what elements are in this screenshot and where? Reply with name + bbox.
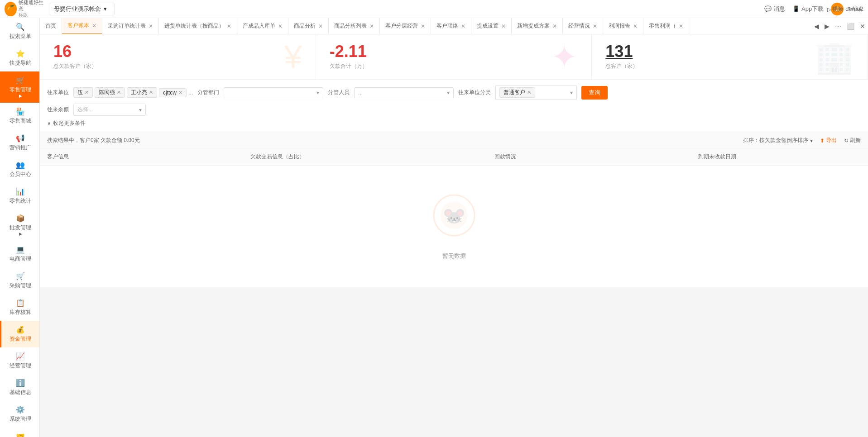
sidebar-item-purchase[interactable]: 🛒 采购管理 — [0, 267, 39, 294]
company-selector[interactable]: 母婴行业演示帐套 ▾ — [49, 3, 115, 15]
sidebar-item-wholesale-mgmt[interactable]: 📦 批发管理 ▶ — [0, 209, 39, 241]
close-accounts-tab[interactable]: ✕ — [92, 23, 96, 29]
category-dropdown-arrow: ▾ — [570, 90, 573, 96]
sidebar: 🔍 搜索菜单 ⭐ 快捷导航 🛒 零售管理 ▶ 🏪 零售商城 📢 营销推广 � — [0, 18, 40, 437]
filter-area: 往来单位 伍 ✕ 陈民强 ✕ 王小亮 — [40, 79, 868, 133]
close-promotion-settings-tab[interactable]: ✕ — [501, 23, 506, 29]
sidebar-item-finance[interactable]: 💰 资金管理 — [0, 321, 39, 347]
sidebar-label-wholesale-mgmt: 批发管理 — [10, 224, 31, 232]
close-business-status-tab[interactable]: ✕ — [593, 23, 597, 29]
wholesale-icon: 📦 — [16, 214, 25, 223]
tab-nav-next[interactable]: ▶ — [822, 18, 832, 34]
tab-close-all[interactable]: ✕ — [857, 18, 868, 34]
close-production-tab[interactable]: ✕ — [278, 23, 283, 29]
stat-card-total-customers: 131 总客户（家） 🏢 — [592, 34, 868, 79]
sidebar-item-retail-stats[interactable]: 📊 零售统计 — [0, 183, 39, 209]
close-stock-stats-tab[interactable]: ✕ — [227, 23, 231, 29]
sidebar-label-retail-mgmt: 零售管理 — [10, 86, 31, 94]
app-download-button[interactable]: 📱 App下载 — [792, 5, 824, 13]
dept-dropdown-arrow: ▾ — [317, 90, 319, 96]
close-category-tag[interactable]: ✕ — [527, 90, 531, 95]
close-tag-cjttcw[interactable]: ✕ — [178, 90, 182, 95]
person-dropdown-arrow: ▾ — [447, 90, 450, 96]
tab-customer-layer[interactable]: 客户分层经营 ✕ — [380, 18, 431, 34]
unit-filter-label: 往来单位 — [47, 89, 69, 96]
sidebar-label-marketing: 营销推广 — [10, 144, 31, 152]
goods-analysis-tab-label: 商品分析 — [294, 22, 316, 30]
stats-row: 16 总欠款客户（家） ¥ -2.11 欠款合计（万） ✦ 131 总客户（家） — [40, 34, 868, 79]
profit-report-tab-label: 利润报告 — [609, 22, 630, 30]
refresh-button[interactable]: ↻ 刷新 — [844, 137, 861, 144]
close-customer-connect-tab[interactable]: ✕ — [461, 23, 465, 29]
tab-nav-prev[interactable]: ◀ — [811, 18, 822, 34]
svg-text:🐭: 🐭 — [443, 205, 465, 227]
filter-row-balance: 往来余额 选择... ▾ — [47, 104, 861, 116]
stat-card-debt-amount: -2.11 欠款合计（万） ✦ — [316, 34, 592, 79]
dept-filter-label: 分管部门 — [197, 89, 219, 96]
results-info: 搜索结果中，客户0家 欠款金额 0.00元 — [47, 137, 140, 144]
message-button[interactable]: 💬 消息 — [764, 5, 785, 13]
search-button[interactable]: 查询 — [581, 86, 608, 100]
sidebar-item-ecommerce[interactable]: 💻 电商管理 — [0, 241, 39, 267]
sidebar-item-search-menu[interactable]: 🔍 搜索菜单 — [0, 18, 39, 45]
stat-bg-icon-total: 🏢 — [815, 38, 854, 76]
close-profit-report-tab[interactable]: ✕ — [633, 23, 638, 29]
sidebar-item-basic-info[interactable]: ℹ️ 基础信息 — [0, 374, 39, 401]
tab-production[interactable]: 产成品入库单 ✕ — [237, 18, 288, 34]
tab-nav-more[interactable]: ⋯ — [832, 18, 844, 34]
close-goods-analysis-tab[interactable]: ✕ — [318, 23, 323, 29]
close-tag-chen[interactable]: ✕ — [117, 90, 121, 95]
app-icon: 📱 — [792, 5, 800, 12]
tab-goods-analysis-list[interactable]: 商品分析列表 ✕ — [329, 18, 380, 34]
sidebar-item-enterprise-coop[interactable]: 🤝 企业协同 — [0, 428, 39, 437]
stat-label-debt-customers: 总欠款客户（家） — [53, 62, 302, 70]
balance-filter-select[interactable]: 选择... ▾ — [73, 104, 146, 116]
customer-layer-tab-label: 客户分层经营 — [385, 22, 418, 30]
collapse-button[interactable]: ∧ 收起更多条件 — [47, 119, 861, 127]
expand-icon2: ▶ — [19, 232, 22, 236]
sidebar-label-operation: 经营管理 — [10, 362, 31, 370]
tab-customer-connect[interactable]: 客户联络 ✕ — [431, 18, 471, 34]
dept-filter-select[interactable]: ▾ — [224, 87, 323, 98]
sort-select[interactable]: 排序：按欠款金额倒序排序 ▾ — [743, 137, 813, 144]
tab-promotion-settings[interactable]: 提成设置 ✕ — [471, 18, 512, 34]
close-tag-wang[interactable]: ✕ — [149, 90, 153, 95]
category-filter-select[interactable]: 普通客户 ✕ ▾ — [495, 85, 577, 100]
tab-stock-stats[interactable]: 进货单统计表（按商品） ✕ — [159, 18, 237, 34]
main-content: 16 总欠款客户（家） ¥ -2.11 欠款合计（万） ✦ 131 总客户（家） — [40, 34, 868, 437]
sidebar-item-operation[interactable]: 📈 经营管理 — [0, 347, 39, 374]
sidebar-label-quick-nav: 快捷导航 — [10, 59, 31, 67]
tab-business-status[interactable]: 经营情况 ✕ — [563, 18, 603, 34]
close-tag-wu[interactable]: ✕ — [85, 90, 89, 95]
tab-new-achievement[interactable]: 新增提成方案 ✕ — [512, 18, 563, 34]
close-goods-analysis-list-tab[interactable]: ✕ — [369, 23, 374, 29]
sidebar-item-member-center[interactable]: 👥 会员中心 — [0, 156, 39, 183]
th-customer-info: 客户信息 — [47, 153, 250, 161]
close-customer-layer-tab[interactable]: ✕ — [421, 23, 425, 29]
close-purchase-order-tab[interactable]: ✕ — [149, 23, 153, 29]
sidebar-item-quick-nav[interactable]: ⭐ 快捷导航 — [0, 45, 39, 71]
tab-goods-analysis[interactable]: 商品分析 ✕ — [288, 18, 329, 34]
table-header: 客户信息 欠款交易信息（占比） 回款情况 到期未收款日期 — [40, 148, 868, 166]
company-name: 母婴行业演示帐套 — [54, 5, 101, 13]
sidebar-label-retail-stats: 零售统计 — [10, 197, 31, 205]
tab-maximize[interactable]: ⬜ — [844, 18, 857, 34]
close-retail-profit-tab[interactable]: ✕ — [679, 23, 683, 29]
person-more[interactable]: ... — [358, 90, 363, 96]
tab-accounts[interactable]: 客户账本 ✕ — [62, 18, 102, 34]
retail-profit-tab-label: 零售利润（ — [649, 22, 676, 30]
tab-retail-profit[interactable]: 零售利润（ ✕ — [643, 18, 689, 34]
tab-home[interactable]: 首页 — [40, 18, 62, 34]
export-button[interactable]: ⬆ 导出 — [820, 137, 837, 144]
sidebar-item-marketing[interactable]: 📢 营销推广 — [0, 129, 39, 156]
tab-profit-report[interactable]: 利润报告 ✕ — [603, 18, 643, 34]
tab-purchase-order[interactable]: 采购订单统计表 ✕ — [102, 18, 159, 34]
sidebar-item-system[interactable]: ⚙️ 系统管理 — [0, 401, 39, 428]
person-filter-select[interactable]: ... ▾ — [354, 87, 454, 98]
close-new-achievement-tab[interactable]: ✕ — [552, 23, 557, 29]
content-area: 首页 客户账本 ✕ 采购订单统计表 ✕ 进货单统计表（按商品） ✕ — [40, 18, 868, 437]
unit-tags-more[interactable]: ... — [188, 90, 193, 96]
sidebar-item-inventory[interactable]: 📋 库存核算 — [0, 294, 39, 321]
sidebar-item-retail-mall[interactable]: 🏪 零售商城 — [0, 103, 39, 129]
sidebar-item-retail-mgmt[interactable]: 🛒 零售管理 ▶ — [0, 71, 39, 103]
